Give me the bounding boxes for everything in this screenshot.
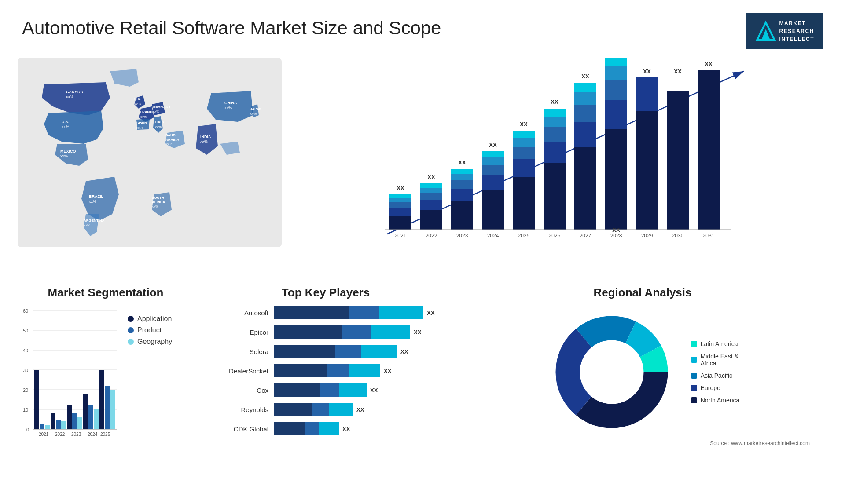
svg-rect-119 [40,424,44,429]
legend-latin-america: Latin America [691,340,740,347]
svg-text:XX: XX [427,174,435,180]
svg-text:2025: 2025 [518,233,530,239]
svg-rect-135 [105,386,110,429]
middle-east-label: Middle East &Africa [701,353,738,367]
svg-rect-81 [605,80,627,100]
player-label-autosoft: XX [427,310,434,316]
svg-rect-127 [83,394,88,429]
svg-rect-52 [451,174,473,180]
svg-rect-65 [513,131,535,138]
svg-rect-41 [389,194,411,198]
svg-rect-122 [56,420,61,429]
regional-legend: Latin America Middle East &Africa Asia P… [691,340,740,404]
svg-text:JAPAN: JAPAN [250,107,262,111]
svg-text:60: 60 [23,308,28,314]
svg-text:AFRICA: AFRICA [152,200,165,204]
svg-text:2021: 2021 [395,233,407,239]
legend-middle-east: Middle East &Africa [691,353,740,367]
svg-rect-50 [451,189,473,201]
svg-rect-70 [544,117,566,127]
svg-rect-47 [420,183,442,188]
svg-text:2028: 2028 [610,233,622,239]
svg-text:XX: XX [581,73,589,80]
svg-text:XX: XX [705,61,713,67]
svg-text:ARABIA: ARABIA [165,138,179,142]
svg-text:40: 40 [23,348,28,353]
svg-text:2021: 2021 [39,432,49,437]
logo-icon [755,20,777,42]
player-bar-solera: XX [274,345,440,358]
svg-text:XX: XX [643,68,651,75]
svg-rect-80 [605,100,627,129]
svg-point-149 [580,340,643,404]
svg-rect-77 [574,83,596,92]
svg-rect-120 [45,425,50,429]
player-dealersocket: DealerSocket XX [211,364,440,377]
svg-rect-124 [67,405,72,429]
header: Automotive Retail Software Market Size a… [0,0,845,54]
player-reynolds: Reynolds XX [211,403,440,416]
svg-rect-56 [482,175,504,190]
svg-text:CHINA: CHINA [224,101,237,105]
regional-content: Latin America Middle East &Africa Asia P… [458,306,827,438]
legend-product: Product [128,326,172,334]
svg-text:SPAIN: SPAIN [136,121,147,125]
svg-text:CANADA: CANADA [66,90,83,94]
segmentation-title: Market Segmentation [18,286,194,299]
svg-text:10: 10 [23,407,28,413]
svg-rect-58 [482,157,504,165]
svg-rect-43 [420,210,442,230]
north-america-label: North America [701,397,740,404]
map-section: CANADA xx% U.S. xx% MEXICO xx% BRAZIL xx… [13,54,286,265]
svg-text:MEXICO: MEXICO [60,149,76,153]
svg-rect-71 [544,109,566,117]
player-bar-reynolds: XX [274,403,440,416]
latin-america-label: Latin America [701,340,738,347]
svg-text:2031: 2031 [703,233,715,239]
player-label-cox: XX [370,387,378,394]
player-label-dealersocket: XX [384,368,391,374]
page-title: Automotive Retail Software Market Size a… [22,18,441,39]
player-autosoft: Autosoft XX [211,306,440,319]
player-cdk: CDK Global XX [211,422,440,435]
svg-text:xx%: xx% [134,102,141,106]
player-label-solera: XX [400,348,408,355]
logo-line3: INTELLECT [779,35,815,43]
bottom-row: Market Segmentation 0 10 20 30 40 50 60 [13,277,832,493]
svg-text:2023: 2023 [71,432,81,437]
segmentation-legend: Application Product Geography [128,315,172,346]
svg-rect-69 [544,127,566,142]
svg-rect-83 [605,58,627,66]
world-map: CANADA xx% U.S. xx% MEXICO xx% BRAZIL xx… [18,58,273,247]
top-row: CANADA xx% U.S. xx% MEXICO xx% BRAZIL xx… [13,54,832,265]
svg-text:xx%: xx% [224,106,232,110]
svg-marker-1 [761,29,770,40]
player-label-cdk: XX [342,426,350,432]
player-bar-autosoft: XX [274,306,440,319]
logo-line2: RESEARCH [779,27,815,35]
market-size-chart: XX XX XX XX [286,54,832,265]
svg-rect-121 [51,413,55,429]
svg-rect-136 [110,390,115,429]
svg-text:xx%: xx% [89,199,96,204]
svg-text:xx%: xx% [152,205,158,208]
svg-text:xx%: xx% [60,154,68,158]
svg-text:XX: XX [520,121,528,128]
svg-text:U.S.: U.S. [62,120,70,124]
svg-rect-51 [451,180,473,189]
svg-text:ITALY: ITALY [155,120,165,124]
svg-text:xx%: xx% [155,125,162,129]
svg-text:U.K.: U.K. [134,97,141,101]
svg-rect-133 [34,370,39,429]
svg-text:XX: XX [458,159,466,166]
svg-rect-82 [605,66,627,80]
svg-text:20: 20 [23,387,28,393]
svg-text:XX: XX [397,185,404,191]
player-label-reynolds: XX [356,406,364,413]
player-name-cdk: CDK Global [211,425,268,433]
player-bar-dealersocket: XX [274,364,440,377]
regional-section: Regional Analysis [453,281,832,493]
svg-rect-57 [482,165,504,175]
svg-text:XX: XX [551,99,558,105]
svg-text:2024: 2024 [487,233,499,239]
